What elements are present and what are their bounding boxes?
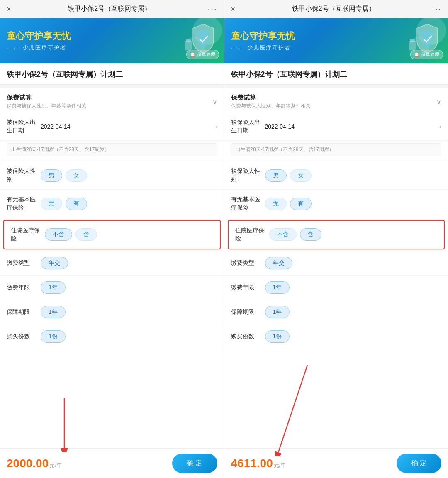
hospital-row-right: 住院医疗保险 不含 含	[229, 221, 444, 249]
svg-point-5	[189, 39, 190, 41]
quantity-label-right: 购买份数	[231, 332, 260, 341]
payment-years-tags-right: 1年	[265, 281, 442, 294]
birth-date-label-left: 被保险人出生日期	[7, 118, 36, 134]
medical-no-btn-left[interactable]: 无	[41, 198, 62, 210]
close-icon-right[interactable]: ×	[231, 5, 236, 13]
hospital-no-btn-right[interactable]: 不含	[269, 228, 297, 241]
hospital-no-btn-left[interactable]: 不含	[45, 228, 72, 241]
top-bar-left: × 铁甲小保2号（互联网专属） ···	[0, 0, 224, 18]
gender-label-left: 被保险人性别	[7, 167, 36, 183]
birth-date-value-right: 2022-04-14	[265, 123, 435, 130]
coverage-row-right: 保障期限 1年	[224, 300, 448, 324]
gender-female-btn-right[interactable]: 女	[290, 169, 312, 182]
badge-icon-right: 📋	[414, 52, 420, 57]
hospital-tags-right: 不含 含	[269, 228, 438, 241]
banner-text-left: 童心守护享无忧 ····· 少儿医疗守护者	[7, 30, 71, 51]
svg-point-13	[413, 39, 414, 41]
payment-1year-btn-right[interactable]: 1年	[265, 281, 290, 294]
price-display-left: 2000.00 元/年	[7, 457, 62, 470]
medical-yes-btn-left[interactable]: 有	[66, 198, 87, 210]
banner-right: 童心守护享无忧 ····· 少儿医疗守护者 📋 保单管理	[224, 18, 448, 63]
birth-date-label-right: 被保险人出生日期	[231, 118, 260, 134]
birth-hint-row-left: 出生满28天-17周岁（不含28天、含17周岁）	[0, 141, 224, 161]
gender-row-left: 被保险人性别 男 女	[0, 161, 224, 190]
gender-label-right: 被保险人性别	[231, 167, 260, 183]
payment-type-row-left: 缴费类型 年交	[0, 251, 224, 276]
gender-tags-left: 男 女	[41, 169, 217, 182]
close-icon-left[interactable]: ×	[7, 5, 11, 13]
arrow-right	[266, 365, 316, 456]
payment-years-label-right: 缴费年限	[231, 283, 260, 292]
hospital-label-right: 住院医疗保险	[235, 227, 264, 243]
payment-annual-btn-left[interactable]: 年交	[41, 257, 68, 269]
birth-hint-text-left: 出生满28天-17周岁（不含28天、含17周岁）	[7, 143, 217, 156]
badge-icon-left: 📋	[190, 52, 196, 57]
more-icon-left[interactable]: ···	[208, 4, 217, 14]
birth-date-row-left[interactable]: 被保险人出生日期 2022-04-14 ›	[0, 112, 224, 141]
more-icon-right[interactable]: ···	[432, 4, 441, 14]
bottom-area-left: 2000.00 元/年 确 定	[0, 448, 224, 478]
price-amount-right: 4611.00	[231, 457, 273, 470]
confirm-btn-right[interactable]: 确 定	[397, 454, 441, 473]
payment-type-label-right: 缴费类型	[231, 259, 260, 267]
medical-tags-right: 无 有	[265, 198, 442, 210]
payment-type-row-right: 缴费类型 年交	[224, 251, 448, 276]
hospital-yes-btn-left[interactable]: 含	[75, 228, 97, 241]
svg-point-4	[186, 39, 188, 41]
confirm-btn-left[interactable]: 确 定	[172, 454, 217, 473]
gender-tags-right: 男 女	[265, 169, 442, 182]
payment-years-row-right: 缴费年限 1年	[224, 276, 448, 300]
coverage-1year-btn-right[interactable]: 1年	[265, 306, 290, 318]
bottom-area-right: 4611.00 元/年 确 定	[224, 448, 448, 478]
banner-subtitle-left: ····· 少儿医疗守护者	[7, 44, 71, 51]
banner-title-right: 童心守护享无忧	[231, 30, 295, 42]
birth-date-arrow-left: ›	[215, 123, 217, 130]
quantity-1-btn-right[interactable]: 1份	[265, 330, 290, 343]
coverage-tags-left: 1年	[41, 306, 217, 318]
bottom-bar-right: 4611.00 元/年 确 定	[224, 448, 448, 478]
form-section-right: 保费试算 保费与被保人性别、年龄等条件相关 ∨ 被保险人出生日期 2022-04…	[224, 88, 448, 448]
badge-manage-left[interactable]: 📋 保单管理	[186, 50, 219, 59]
medical-label-left: 有无基本医疗保险	[7, 195, 36, 212]
price-amount-left: 2000.00	[7, 457, 49, 470]
medical-row-left: 有无基本医疗保险 无 有	[0, 190, 224, 218]
birth-date-value-left: 2022-04-14	[41, 123, 210, 130]
coverage-label-right: 保障期限	[231, 308, 260, 316]
page-title-right: 铁甲小保2号（互联网专属）	[239, 5, 429, 13]
product-title-right: 铁甲小保2号（互联网专属）计划二	[224, 63, 448, 85]
coverage-tags-right: 1年	[265, 306, 442, 318]
svg-line-15	[278, 365, 307, 452]
form-section-left: 保费试算 保费与被保人性别、年龄等条件相关 ∨ 被保险人出生日期 2022-04…	[0, 88, 224, 448]
payment-annual-btn-right[interactable]: 年交	[265, 257, 292, 269]
birth-date-arrow-right: ›	[439, 123, 441, 130]
chevron-icon-right[interactable]: ∨	[436, 98, 441, 106]
birth-hint-text-right: 出生满28天-17周岁（不含28天、含17周岁）	[231, 143, 442, 156]
medical-row-right: 有无基本医疗保险 无 有	[224, 190, 448, 218]
gender-male-btn-left[interactable]: 男	[41, 169, 62, 182]
payment-years-row-left: 缴费年限 1年	[0, 276, 224, 300]
chevron-icon-left[interactable]: ∨	[212, 98, 217, 106]
medical-no-btn-right[interactable]: 无	[265, 198, 287, 210]
birth-date-row-right[interactable]: 被保险人出生日期 2022-04-14 ›	[224, 112, 448, 141]
gender-male-btn-right[interactable]: 男	[265, 169, 287, 182]
medical-yes-btn-right[interactable]: 有	[290, 198, 312, 210]
banner-subtitle-right: ····· 少儿医疗守护者	[231, 44, 295, 51]
quantity-label-left: 购买份数	[7, 332, 36, 341]
banner-title-left: 童心守护享无忧	[7, 30, 71, 42]
hospital-yes-btn-right[interactable]: 含	[300, 228, 321, 241]
gender-female-btn-left[interactable]: 女	[66, 169, 87, 182]
top-bar-right: × 铁甲小保2号（互联网专属） ···	[224, 0, 448, 18]
calc-title-left: 保费试算	[7, 94, 86, 102]
badge-manage-right[interactable]: 📋 保单管理	[410, 50, 443, 59]
coverage-1year-btn-left[interactable]: 1年	[41, 306, 66, 318]
calc-subtitle-left: 保费与被保人性别、年龄等条件相关	[7, 102, 86, 110]
price-display-right: 4611.00 元/年	[231, 457, 286, 470]
payment-1year-btn-left[interactable]: 1年	[41, 281, 66, 294]
payment-years-tags-left: 1年	[41, 281, 217, 294]
birth-hint-row-right: 出生满28天-17周岁（不含28天、含17周岁）	[224, 141, 448, 161]
arrow-left	[56, 398, 73, 452]
svg-point-12	[410, 39, 412, 41]
page-title-left: 铁甲小保2号（互联网专属）	[15, 5, 205, 13]
hospital-label-left: 住院医疗保险	[11, 227, 40, 243]
quantity-1-btn-left[interactable]: 1份	[41, 330, 66, 343]
